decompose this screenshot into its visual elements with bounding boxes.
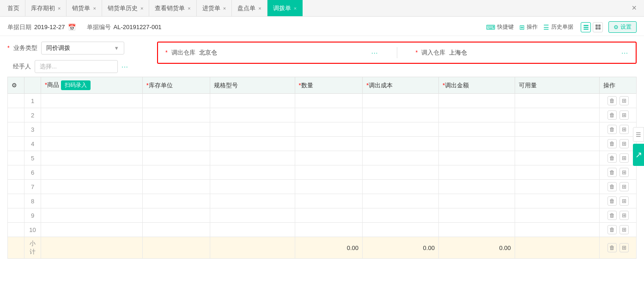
row-amount-cell (438, 151, 515, 165)
copy-icon[interactable]: ⊞ (620, 243, 629, 252)
row-product-cell[interactable] (41, 194, 143, 208)
tab-sales-order[interactable]: 销货单 × (67, 0, 102, 16)
row-avail-cell (515, 165, 599, 180)
row-product-cell[interactable] (41, 137, 143, 151)
tab-purchase-order[interactable]: 进货单 × (197, 0, 232, 16)
business-type-required: * (7, 45, 10, 51)
table-row: 5 🗑 ⊞ (8, 151, 637, 165)
table-row: 8 🗑 ⊞ (8, 194, 637, 208)
row-unit-cell (142, 137, 210, 151)
tab-inventory-init[interactable]: 库存期初 × (25, 0, 67, 16)
tab-inventory-count[interactable]: 盘点单 × (232, 0, 267, 16)
row-cost-cell (363, 151, 439, 165)
copy-icon[interactable]: ⊞ (620, 153, 629, 163)
expand-float-btn[interactable]: ↗ (633, 144, 644, 166)
copy-icon[interactable]: ⊞ (620, 139, 629, 148)
delete-icon[interactable]: 🗑 (608, 211, 617, 220)
tab-close-inventory-count[interactable]: × (258, 6, 261, 11)
row-ops-cell: 🗑 ⊞ (600, 108, 637, 122)
copy-icon[interactable]: ⊞ (620, 96, 629, 105)
right-float-panel: ☰ ↗ (633, 127, 644, 166)
row-product-cell[interactable] (41, 180, 143, 194)
tab-close-purchase-order[interactable]: × (223, 6, 226, 11)
layout-list-btn[interactable] (581, 22, 591, 32)
operation-action[interactable]: ⊞ 操作 (519, 23, 538, 31)
out-warehouse-more-icon[interactable]: ··· (371, 49, 378, 56)
window-close-button[interactable]: × (628, 3, 640, 13)
row-amount-cell (438, 180, 515, 194)
delete-icon[interactable]: 🗑 (608, 168, 617, 177)
row-unit-cell (142, 165, 210, 180)
tab-view-sales[interactable]: 查看销货单 × (149, 0, 196, 16)
date-field: 单据日期 2019-12-27 📅 (7, 23, 76, 31)
operator-select[interactable]: 选择... (35, 60, 118, 73)
row-product-cell[interactable] (41, 122, 143, 137)
delete-icon[interactable]: 🗑 (608, 139, 617, 148)
row-qty-cell (295, 194, 363, 208)
row-spec-cell (210, 180, 295, 194)
copy-icon[interactable]: ⊞ (620, 168, 629, 177)
row-qty-cell (295, 208, 363, 223)
copy-icon[interactable]: ⊞ (620, 182, 629, 191)
row-product-cell[interactable] (41, 151, 143, 165)
delete-icon[interactable]: 🗑 (608, 225, 617, 234)
row-cost-cell (363, 180, 439, 194)
copy-icon[interactable]: ⊞ (620, 125, 629, 134)
business-type-select[interactable]: 同价调拨 ▼ (41, 42, 124, 55)
row-qty-cell (295, 151, 363, 165)
note-float-btn[interactable]: ☰ (633, 127, 644, 142)
calendar-icon[interactable]: 📅 (68, 24, 76, 31)
row-product-cell[interactable] (41, 165, 143, 180)
row-avail-cell (515, 223, 599, 237)
subtotal-amount-cell: 0.00 (438, 237, 515, 259)
row-product-cell[interactable] (41, 94, 143, 108)
copy-icon[interactable]: ⊞ (620, 196, 629, 206)
tab-close-transfer[interactable]: × (294, 6, 297, 11)
delete-icon[interactable]: 🗑 (608, 96, 617, 105)
row-product-cell[interactable] (41, 108, 143, 122)
tab-close-sales-order[interactable]: × (93, 6, 96, 11)
tab-close-inventory-init[interactable]: × (58, 6, 61, 11)
row-unit-cell (142, 122, 210, 137)
th-unit: *库存单位 (142, 77, 210, 94)
tab-sales-history[interactable]: 销货单历史 × (102, 0, 149, 16)
shortcut-icon: ⌨ (486, 24, 495, 31)
row-unit-cell (142, 223, 210, 237)
delete-icon[interactable]: 🗑 (608, 196, 617, 206)
row-amount-cell (438, 194, 515, 208)
scan-button[interactable]: 扫码录入 (61, 80, 91, 90)
row-unit-cell (142, 94, 210, 108)
table-row: 7 🗑 ⊞ (8, 180, 637, 194)
in-warehouse-more-icon[interactable]: ··· (621, 49, 628, 56)
shortcut-action[interactable]: ⌨ 快捷键 (486, 23, 514, 31)
setting-button[interactable]: ⚙ 设置 (608, 21, 637, 33)
history-action[interactable]: ☰ 历史单据 (543, 23, 573, 31)
delete-icon[interactable]: 🗑 (608, 182, 617, 191)
svg-rect-0 (583, 25, 589, 26)
subtotal-product-cell (41, 237, 143, 259)
copy-icon[interactable]: ⊞ (620, 225, 629, 234)
th-avail: 可用量 (515, 77, 599, 94)
delete-icon[interactable]: 🗑 (608, 125, 617, 134)
th-gear[interactable]: ⚙ (8, 77, 24, 94)
tab-home[interactable]: 首页 (4, 0, 25, 16)
row-spec-cell (210, 208, 295, 223)
tab-close-sales-history[interactable]: × (140, 6, 143, 11)
delete-icon[interactable]: 🗑 (608, 243, 617, 252)
delete-icon[interactable]: 🗑 (608, 153, 617, 163)
layout-grid-btn[interactable] (593, 22, 603, 32)
row-product-cell[interactable] (41, 223, 143, 237)
row-product-cell[interactable] (41, 208, 143, 223)
tab-transfer[interactable]: 调拨单 × (267, 0, 303, 16)
row-avail-cell (515, 194, 599, 208)
date-value: 2019-12-27 (34, 24, 65, 31)
delete-icon[interactable]: 🗑 (608, 110, 617, 120)
row-number: 10 (24, 223, 41, 237)
row-number: 1 (24, 94, 41, 108)
row-ops-cell: 🗑 ⊞ (600, 137, 637, 151)
operator-more-icon[interactable]: ··· (122, 63, 128, 70)
copy-icon[interactable]: ⊞ (620, 110, 629, 120)
tab-close-view-sales[interactable]: × (188, 6, 190, 11)
copy-icon[interactable]: ⊞ (620, 211, 629, 220)
setting-icon: ⚙ (614, 24, 619, 31)
